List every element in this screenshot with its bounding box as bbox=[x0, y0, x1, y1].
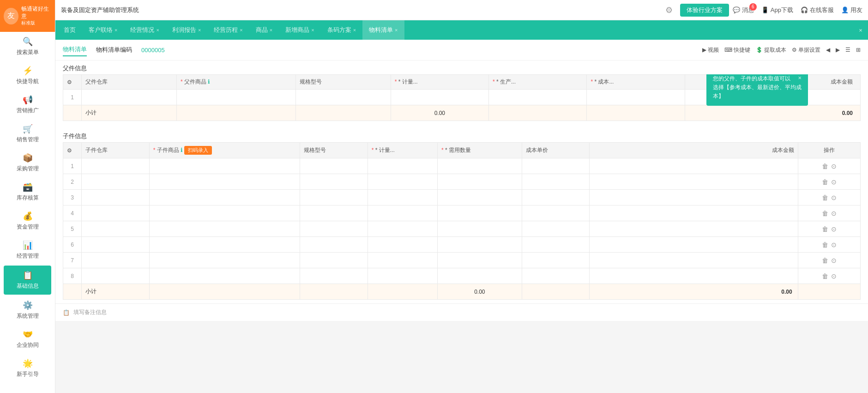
parent-warehouse-cell[interactable] bbox=[82, 90, 177, 105]
child-spec-cell[interactable] bbox=[300, 221, 368, 237]
child-spec-cell[interactable] bbox=[300, 206, 368, 221]
copy-icon[interactable]: ⊙ bbox=[831, 225, 837, 233]
child-needed-qty-cell[interactable] bbox=[437, 206, 522, 221]
tab-home[interactable]: 首页 bbox=[57, 20, 82, 40]
child-unit-cost-cell[interactable] bbox=[522, 253, 590, 268]
child-qty-cell[interactable] bbox=[368, 253, 437, 268]
child-needed-qty-cell[interactable] bbox=[437, 221, 522, 237]
tab-bom[interactable]: 物料清单 × bbox=[362, 20, 404, 40]
parent-spec-cell[interactable] bbox=[295, 90, 391, 105]
user-btn[interactable]: 👤 用友 bbox=[841, 6, 862, 14]
child-spec-cell[interactable] bbox=[300, 268, 368, 284]
child-warehouse-cell[interactable] bbox=[82, 206, 150, 221]
copy-icon[interactable]: ⊙ bbox=[831, 163, 837, 170]
child-needed-qty-cell[interactable] bbox=[437, 253, 522, 268]
copy-icon[interactable]: ⊙ bbox=[831, 257, 837, 264]
tab-customer-close[interactable]: × bbox=[115, 27, 117, 33]
delete-icon[interactable]: 🗑 bbox=[822, 272, 828, 280]
parent-cost-cell[interactable] bbox=[587, 90, 685, 105]
copy-icon[interactable]: ⊙ bbox=[831, 272, 837, 280]
tab-goods-close[interactable]: × bbox=[270, 27, 272, 33]
child-needed-qty-cell[interactable] bbox=[437, 190, 522, 206]
online-support-btn[interactable]: 🎧 在线客服 bbox=[801, 6, 834, 14]
delete-icon[interactable]: 🗑 bbox=[822, 163, 828, 170]
child-qty-cell[interactable] bbox=[368, 237, 437, 253]
tab-barcode[interactable]: 条码方案 × bbox=[321, 20, 362, 40]
single-settings-btn[interactable]: ⚙ 单据设置 bbox=[792, 46, 820, 54]
delete-icon[interactable]: 🗑 bbox=[822, 225, 828, 233]
sidebar-item-guide[interactable]: 🌟 新手引导 bbox=[0, 354, 55, 383]
child-goods-cell[interactable] bbox=[149, 253, 300, 268]
child-warehouse-cell[interactable] bbox=[82, 158, 150, 174]
settings-icon[interactable]: ⚙ bbox=[665, 5, 673, 15]
child-warehouse-cell[interactable] bbox=[82, 221, 150, 237]
subheader-tab-bom[interactable]: 物料清单 bbox=[63, 43, 87, 56]
tab-customer[interactable]: 客户联络 × bbox=[82, 20, 124, 40]
tab-biz-history[interactable]: 经营历程 × bbox=[207, 20, 249, 40]
parent-production-cell[interactable] bbox=[489, 90, 587, 105]
child-warehouse-cell[interactable] bbox=[82, 174, 150, 190]
grid-view-btn[interactable]: ⊞ bbox=[856, 47, 861, 53]
child-goods-cell[interactable] bbox=[149, 268, 300, 284]
app-download-btn[interactable]: 📱 App下载 bbox=[761, 6, 793, 14]
child-unit-cost-cell[interactable] bbox=[522, 221, 590, 237]
tab-profit[interactable]: 利润报告 × bbox=[166, 20, 207, 40]
delete-icon[interactable]: 🗑 bbox=[822, 210, 828, 217]
child-goods-cell[interactable] bbox=[149, 221, 300, 237]
child-unit-cost-cell[interactable] bbox=[522, 158, 590, 174]
tab-goods[interactable]: 商品 × bbox=[249, 20, 279, 40]
next-btn[interactable]: ▶ bbox=[836, 47, 840, 53]
parent-goods-cell[interactable] bbox=[176, 90, 295, 105]
sidebar-item-purchase[interactable]: 📦 采购管理 bbox=[0, 148, 55, 177]
sidebar-item-system[interactable]: ⚙️ 系统管理 bbox=[0, 296, 55, 325]
child-qty-cell[interactable] bbox=[368, 174, 437, 190]
child-qty-cell[interactable] bbox=[368, 190, 437, 206]
sidebar-item-finance[interactable]: 💰 资金管理 bbox=[0, 206, 55, 236]
child-unit-cost-cell[interactable] bbox=[522, 206, 590, 221]
child-warehouse-cell[interactable] bbox=[82, 268, 150, 284]
sidebar-item-sales[interactable]: 🛒 销售管理 bbox=[0, 119, 55, 148]
sidebar-item-inventory[interactable]: 🗃️ 库存核算 bbox=[0, 177, 55, 206]
child-needed-qty-cell[interactable] bbox=[437, 237, 522, 253]
child-spec-cell[interactable] bbox=[300, 174, 368, 190]
child-qty-cell[interactable] bbox=[368, 158, 437, 174]
child-goods-cell[interactable] bbox=[149, 158, 300, 174]
tab-ops-status[interactable]: 经营情况 × bbox=[124, 20, 165, 40]
shortcut-btn[interactable]: ⌨ 快捷键 bbox=[724, 46, 750, 54]
child-qty-cell[interactable] bbox=[368, 221, 437, 237]
child-spec-cell[interactable] bbox=[300, 253, 368, 268]
child-col-settings[interactable]: ⚙ bbox=[63, 143, 82, 158]
child-goods-cell[interactable] bbox=[149, 206, 300, 221]
tab-new-goods-close[interactable]: × bbox=[311, 27, 314, 33]
child-needed-qty-cell[interactable] bbox=[437, 158, 522, 174]
get-cost-btn[interactable]: 💲 提取成本 bbox=[756, 46, 786, 54]
parent-col-settings[interactable]: ⚙ bbox=[63, 75, 82, 90]
child-unit-cost-cell[interactable] bbox=[522, 237, 590, 253]
child-qty-cell[interactable] bbox=[368, 206, 437, 221]
sidebar-item-enterprise[interactable]: 🤝 企业协同 bbox=[0, 325, 55, 354]
tab-profit-close[interactable]: × bbox=[198, 27, 201, 33]
delete-icon[interactable]: 🗑 bbox=[822, 257, 828, 264]
tab-barcode-close[interactable]: × bbox=[353, 27, 356, 33]
sidebar-item-quicknav[interactable]: ⚡ 快捷导航 bbox=[0, 61, 55, 90]
sidebar-item-search[interactable]: 🔍 搜索菜单 bbox=[0, 32, 55, 61]
child-goods-cell[interactable] bbox=[149, 174, 300, 190]
prev-btn[interactable]: ◀ bbox=[826, 47, 830, 53]
tab-bom-close[interactable]: × bbox=[395, 27, 398, 33]
child-spec-cell[interactable] bbox=[300, 190, 368, 206]
child-goods-cell[interactable] bbox=[149, 237, 300, 253]
delete-icon[interactable]: 🗑 bbox=[822, 241, 828, 248]
child-spec-cell[interactable] bbox=[300, 158, 368, 174]
copy-icon[interactable]: ⊙ bbox=[831, 194, 837, 201]
nav-close-all[interactable]: × bbox=[853, 20, 868, 40]
child-warehouse-cell[interactable] bbox=[82, 253, 150, 268]
child-qty-cell[interactable] bbox=[368, 268, 437, 284]
list-view-btn[interactable]: ☰ bbox=[845, 47, 850, 53]
sidebar-item-marketing[interactable]: 📢 营销推广 bbox=[0, 90, 55, 119]
child-warehouse-cell[interactable] bbox=[82, 190, 150, 206]
parent-qty-cell[interactable] bbox=[391, 90, 488, 105]
child-goods-cell[interactable] bbox=[149, 190, 300, 206]
tab-new-goods[interactable]: 新增商品 × bbox=[279, 20, 320, 40]
child-warehouse-cell[interactable] bbox=[82, 237, 150, 253]
tab-biz-history-close[interactable]: × bbox=[240, 27, 242, 33]
